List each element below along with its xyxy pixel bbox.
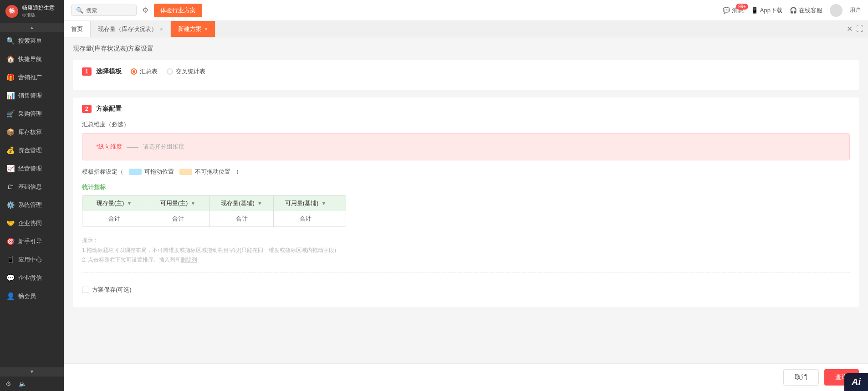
col-header-label-2: 现存量(基辅) <box>221 199 255 207</box>
cart-icon: 🛒 <box>6 110 15 118</box>
save-option-label: 方案保存(可选) <box>92 286 132 294</box>
sidebar-item-marketing[interactable]: 🎁 营销推广 <box>0 68 64 87</box>
tips-section: 提示： 1.拖动标题栏可以调整布局，不可跨维度或指标区域拖动栏目字段(只能在同一… <box>82 236 850 265</box>
chart-icon: 📊 <box>6 92 15 100</box>
folder-icon: 🗂 <box>6 183 15 191</box>
chevron-down-icon-3: ▼ <box>321 201 326 206</box>
ai-badge[interactable]: Ai <box>844 373 868 391</box>
target-icon: 🎯 <box>6 237 15 246</box>
box-icon: 📦 <box>6 128 15 136</box>
sidebar-item-base[interactable]: 🗂 基础信息 <box>0 178 64 196</box>
sidebar-item-wechat[interactable]: 💬 企业微信 <box>0 269 64 287</box>
sidebar-item-search-menu[interactable]: 🔍 搜索菜单 <box>0 32 64 50</box>
sidebar-item-label: 应用中心 <box>18 256 42 264</box>
sidebar-item-quick-nav[interactable]: 🏠 快捷导航 <box>0 50 64 68</box>
chevron-down-icon-2: ▼ <box>257 201 262 206</box>
user-icon: 👤 <box>6 292 15 300</box>
tab-close-inventory[interactable]: × <box>160 26 163 32</box>
sidebar-item-appstore[interactable]: 📱 应用中心 <box>0 251 64 269</box>
col-cell-2: 合计 <box>210 211 274 226</box>
dimension-dash: —— <box>127 144 138 150</box>
delete-col-link[interactable]: 删除列 <box>181 257 197 263</box>
col-header-label-0: 现存量(主) <box>97 199 124 207</box>
cell-value-0: 合计 <box>108 215 120 223</box>
money-icon: 💰 <box>6 146 15 154</box>
tab-home[interactable]: 首页 <box>64 21 91 37</box>
topbar-app-download[interactable]: 📱 App下载 <box>751 6 782 15</box>
save-option: 方案保存(可选) <box>82 280 850 299</box>
speaker-icon[interactable]: 🔈 <box>19 380 26 387</box>
logo-text-block: 畅康通好生意 标准版 <box>22 5 55 18</box>
draggable-indicator: 可拖动位置 <box>129 168 174 176</box>
topbar-messages[interactable]: 💬 消息 99+ <box>723 6 744 15</box>
search-input[interactable] <box>86 7 132 14</box>
radio-cross-circle <box>167 68 173 75</box>
template-indicators: 模板指标设定（ 可拖动位置 不可拖动位置 ） <box>82 168 850 176</box>
save-checkbox[interactable] <box>82 287 88 293</box>
topbar-search-box[interactable]: 🔍 <box>71 5 137 16</box>
sidebar-item-sales[interactable]: 📊 销售管理 <box>0 87 64 105</box>
sidebar-scroll-down[interactable]: ▼ <box>0 367 64 376</box>
sidebar-item-purchase[interactable]: 🛒 采购管理 <box>0 105 64 123</box>
sidebar-item-label: 畅会员 <box>18 292 36 300</box>
message-icon: 💬 <box>723 7 730 14</box>
non-draggable-box <box>179 169 192 175</box>
tab-home-label: 首页 <box>71 25 83 33</box>
topbar: 🔍 ⚙ 体验行业方案 💬 消息 99+ 📱 App下载 🎧 在线客服 用户 <box>64 0 868 21</box>
stats-title: 统计指标 <box>82 183 850 191</box>
cell-value-2: 合计 <box>236 215 248 223</box>
cancel-button[interactable]: 取消 <box>783 369 819 386</box>
sidebar-item-label: 系统管理 <box>18 201 42 209</box>
sidebar-item-label: 搜索菜单 <box>18 37 42 45</box>
tab-close-btn[interactable]: ✕ <box>847 25 853 33</box>
search-menu-icon: 🔍 <box>6 37 15 45</box>
headset-icon: 🎧 <box>790 7 797 14</box>
tab-new-plan-label: 新建方案 <box>178 25 202 33</box>
step1-section: 1 选择模板 汇总表 交叉统计表 <box>73 60 859 90</box>
settings-icon[interactable]: ⚙ <box>5 380 11 387</box>
sidebar-item-inventory[interactable]: 📦 库存核算 <box>0 123 64 141</box>
dimension-area: *纵向维度 —— 请选择分组维度 <box>82 133 850 160</box>
sidebar-item-guide[interactable]: 🎯 新手引导 <box>0 232 64 251</box>
chevron-down-icon-1: ▼ <box>190 201 195 206</box>
sidebar-item-biz[interactable]: 📈 经营管理 <box>0 159 64 178</box>
sidebar-item-label: 快捷导航 <box>18 55 42 63</box>
radio-summary[interactable]: 汇总表 <box>131 67 158 76</box>
non-draggable-indicator: 不可拖动位置 <box>179 168 230 176</box>
tab-inventory-status[interactable]: 现存量（库存状况表） × <box>91 21 171 37</box>
sidebar-item-label: 采购管理 <box>18 110 42 118</box>
tab-new-plan[interactable]: 新建方案 × <box>171 21 215 37</box>
radio-cross[interactable]: 交叉统计表 <box>167 67 205 76</box>
tips-title: 提示： <box>82 237 98 243</box>
topbar-online-service[interactable]: 🎧 在线客服 <box>790 6 822 15</box>
topbar-gear-icon[interactable]: ⚙ <box>142 6 148 15</box>
col-header-label-3: 可用量(基辅) <box>285 199 319 207</box>
sidebar-scroll-up[interactable]: ▲ <box>0 23 64 32</box>
page-title: 现存量(库存状况表)方案设置 <box>73 45 859 53</box>
col-header-2[interactable]: 现存量(基辅) ▼ <box>210 196 274 211</box>
col-header-1[interactable]: 可用量(主) ▼ <box>146 196 210 211</box>
experience-btn[interactable]: 体验行业方案 <box>154 4 202 17</box>
tab-expand-btn[interactable]: ⛶ <box>856 25 863 33</box>
col-header-0[interactable]: 现存量(主) ▼ <box>82 196 146 211</box>
avatar <box>830 4 842 17</box>
sidebar-item-finance[interactable]: 💰 资金管理 <box>0 141 64 159</box>
sidebar-item-member[interactable]: 👤 畅会员 <box>0 287 64 305</box>
topbar-right: 💬 消息 99+ 📱 App下载 🎧 在线客服 用户 <box>723 4 861 17</box>
sidebar-bottom: ⚙ 🔈 <box>0 376 64 391</box>
sidebar-item-label: 销售管理 <box>18 92 42 100</box>
tab-close-new-plan[interactable]: × <box>204 26 208 32</box>
sidebar-item-label: 企业协同 <box>18 219 42 227</box>
step1-label: 选择模板 <box>96 67 122 76</box>
message-badge: 99+ <box>736 4 748 10</box>
sidebar-item-system[interactable]: ⚙️ 系统管理 <box>0 196 64 214</box>
step2-badge: 2 <box>82 105 92 113</box>
handshake-icon: 🤝 <box>6 219 15 227</box>
search-icon: 🔍 <box>76 7 83 14</box>
step2-header: 2 方案配置 <box>82 105 850 113</box>
col-header-3[interactable]: 可用量(基辅) ▼ <box>274 196 337 211</box>
non-draggable-label: 不可拖动位置 <box>195 168 230 176</box>
bottom-bar: 取消 查询 <box>64 363 868 391</box>
sidebar-item-enterprise[interactable]: 🤝 企业协同 <box>0 214 64 232</box>
col-header-label-1: 可用量(主) <box>160 199 188 207</box>
